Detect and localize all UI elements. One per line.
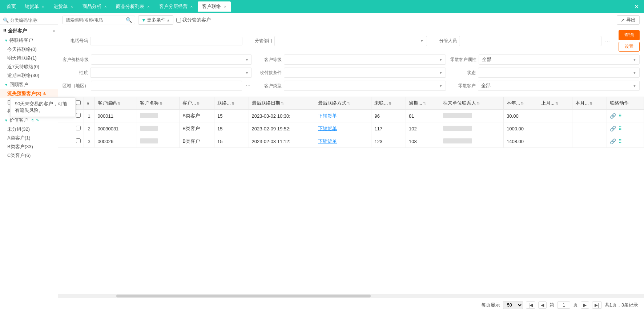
th-name[interactable]: 客户名称⇅ — [137, 97, 180, 110]
sidebar-item-ungroup[interactable]: 未分组(32) — [0, 125, 58, 134]
method-link[interactable]: 下销货单 — [318, 138, 337, 144]
th-contacts-unit[interactable]: 往来单位联系人⇅ — [440, 97, 504, 110]
next-page-button[interactable]: ▶ — [581, 301, 589, 309]
prev-page-button[interactable]: ◀ — [538, 301, 547, 309]
status-select[interactable]: ▼ — [478, 68, 640, 78]
nav-tab-3[interactable]: 商品分析列表 × — [112, 1, 154, 12]
close-icon-1[interactable]: × — [71, 4, 73, 9]
nav-tab-2[interactable]: 商品分析 × — [78, 1, 111, 12]
row-checkbox[interactable] — [76, 113, 81, 118]
th-contact[interactable]: 联络...⇅ — [214, 97, 249, 110]
sidebar-item-7days[interactable]: 近7天待联络(0) — [0, 62, 58, 71]
nav-tab-0[interactable]: 销货单 × — [20, 1, 48, 12]
sidebar-item-today[interactable]: 今天待联络(0) — [0, 45, 58, 54]
search-button[interactable]: 🔍 — [126, 17, 132, 23]
row-checkbox[interactable] — [76, 126, 81, 130]
sort-icon-date: ⇅ — [281, 101, 284, 105]
method-link[interactable]: 下销货单 — [318, 126, 337, 131]
page-number-input[interactable] — [557, 301, 570, 309]
sidebar-item-a-class[interactable]: A类客户(1) — [0, 134, 58, 142]
nature-label: 性质 — [63, 70, 88, 76]
my-customers-checkbox[interactable] — [176, 18, 181, 23]
arrow-icon: ▼ — [4, 39, 8, 42]
sort-icon-contact: ⇅ — [232, 101, 234, 105]
action-menu-icon[interactable]: ⠿ — [618, 113, 622, 119]
th-last-month[interactable]: 上月...⇅ — [538, 97, 572, 110]
sidebar-search-input[interactable] — [10, 18, 55, 23]
close-icon-2[interactable]: × — [104, 4, 106, 9]
person-more-button[interactable]: ··· — [604, 38, 611, 44]
customer-grade-select[interactable]: ▼ — [284, 54, 446, 65]
nav-home[interactable]: 首页 — [3, 3, 20, 10]
action-link-icon[interactable]: 🔗 — [610, 126, 616, 131]
nav-tab-4[interactable]: 客户分层经营 × — [155, 1, 197, 12]
query-button[interactable]: 查询 — [619, 30, 640, 40]
retail-attr-label: 零散客户属性 — [450, 57, 476, 63]
sidebar-item-tomorrow[interactable]: 明天待联络(1) — [0, 54, 58, 62]
nav-tab-1[interactable]: 进货单 × — [49, 1, 77, 12]
action-menu-icon[interactable]: ⠿ — [618, 126, 622, 131]
select-all-checkbox[interactable] — [76, 100, 81, 105]
sidebar-group-pending[interactable]: ▼ 待联络客户 — [0, 36, 58, 45]
row-checkbox[interactable] — [76, 138, 81, 143]
nature-select[interactable]: ▼ — [90, 68, 252, 78]
th-last-contact-method[interactable]: 最后联络方式⇅ — [315, 97, 371, 110]
sidebar-all-customers[interactable]: ⠿ 全部客户 « — [0, 26, 58, 36]
per-page-select[interactable]: 50 100 — [503, 301, 523, 309]
price-grade-select[interactable]: ▼ — [91, 54, 252, 65]
td-this-year: 1000.00 — [504, 122, 538, 135]
more-conditions-button[interactable]: ▼ 更多条件 ▲ — [138, 15, 173, 25]
last-page-button[interactable]: ▶| — [592, 301, 601, 309]
settings-button[interactable]: 设置 — [619, 42, 640, 52]
close-icon-5[interactable]: × — [224, 4, 226, 9]
customer-type-select[interactable]: ▼ — [284, 81, 446, 91]
td-type: B类客户 — [180, 135, 214, 148]
sidebar-item-overdue[interactable]: 逾期未联络(30) — [0, 71, 58, 80]
customer-table: ⚙ # 客户编码⇅ 客户名称⇅ 客户...⇅ — [58, 97, 644, 148]
refresh-icon[interactable]: ↻ — [31, 118, 35, 123]
filter-row-1: 电话号码 分管部门 ▼ 分管人员 ··· 查询 — [63, 30, 640, 52]
th-type[interactable]: 客户...⇅ — [180, 97, 214, 110]
method-link[interactable]: 下销货单 — [318, 113, 337, 118]
scrollbar-thumb[interactable] — [116, 295, 371, 297]
region-select[interactable] — [91, 81, 242, 91]
close-icon-3[interactable]: × — [147, 4, 149, 9]
action-menu-icon[interactable]: ⠿ — [618, 138, 622, 144]
close-icon-4[interactable]: × — [190, 4, 193, 9]
td-index: 1 — [84, 110, 94, 122]
export-button[interactable]: ↗ 导出 — [617, 15, 640, 25]
dept-select[interactable]: ▼ — [274, 36, 427, 46]
phone-input[interactable] — [90, 37, 242, 45]
sidebar-group-review[interactable]: ▼ 回顾客户 — [0, 80, 58, 89]
window-close-button[interactable]: ✕ — [632, 3, 641, 10]
edit-icon[interactable]: ✎ — [36, 118, 39, 123]
filter-field-person: 分管人员 ··· — [431, 36, 611, 46]
payment-select[interactable]: ▼ — [284, 68, 446, 78]
filter-field-status: 状态 ▼ — [450, 68, 640, 78]
collapse-icon[interactable]: « — [53, 29, 55, 33]
td-index: 3 — [84, 135, 94, 148]
th-this-year[interactable]: 本年...⇅ — [504, 97, 538, 110]
close-icon-0[interactable]: × — [42, 4, 44, 9]
th-last-contact-date[interactable]: 最后联络日期⇅ — [249, 97, 315, 110]
sidebar-item-b-class[interactable]: B类客户(33) — [0, 142, 58, 151]
nav-tab-5[interactable]: 客户联络 × — [198, 1, 230, 12]
td-not-contacted: 96 — [371, 110, 406, 122]
person-select[interactable] — [459, 36, 601, 46]
first-page-button[interactable]: |◀ — [526, 301, 535, 309]
region-more-button[interactable]: ··· — [244, 82, 252, 89]
search-input[interactable] — [66, 17, 126, 23]
td-last-contact-date: 2023-02-09 19:52: — [249, 122, 315, 135]
th-this-month[interactable]: 本月...⇅ — [572, 97, 607, 110]
retail-customer-select[interactable]: 全部 ▼ — [478, 81, 640, 91]
sidebar-item-c-class[interactable]: C类客户(6) — [0, 151, 58, 160]
retail-attr-select[interactable]: 全部 ▼ — [479, 54, 640, 65]
th-not-contacted[interactable]: 未联...⇅ — [371, 97, 406, 110]
th-overdue[interactable]: 逾期...⇅ — [406, 97, 440, 110]
action-link-icon[interactable]: 🔗 — [610, 113, 616, 119]
action-link-icon[interactable]: 🔗 — [610, 138, 616, 144]
horizontal-scrollbar[interactable] — [58, 294, 644, 298]
td-last-contact-method: 下销货单 — [315, 135, 371, 148]
th-code[interactable]: 客户编码⇅ — [94, 97, 137, 110]
sidebar-item-churn-warning[interactable]: 流失预警客户(3) ⚠ — [0, 89, 58, 98]
